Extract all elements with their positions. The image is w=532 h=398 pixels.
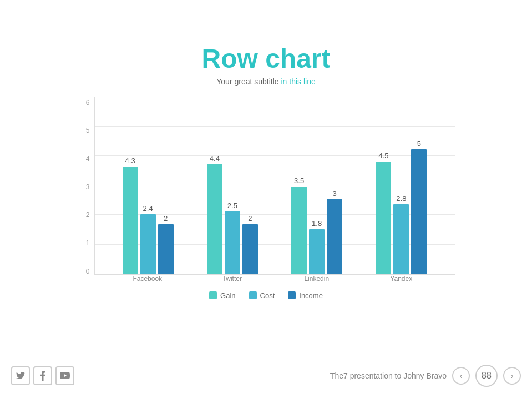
bars-linkedin: 3.5 1.8 3	[291, 177, 342, 274]
y-label-5: 5	[86, 127, 90, 134]
bar-value-twitter-income: 2	[248, 214, 252, 223]
bar-wrapper-twitter-income: 2	[242, 214, 258, 274]
bar-value-twitter-gain: 4.4	[210, 154, 220, 163]
bars-yandex: 4.5 2.8 5	[376, 139, 427, 274]
bar-facebook-cost	[140, 214, 156, 274]
bar-value-linkedin-cost: 1.8	[312, 219, 322, 228]
bar-wrapper-yandex-gain: 4.5	[376, 152, 391, 274]
bar-value-yandex-cost: 2.8	[396, 194, 406, 203]
prev-button[interactable]: ‹	[452, 367, 470, 385]
bar-wrapper-facebook-cost: 2.4	[140, 204, 156, 274]
legend-label-gain: Gain	[220, 291, 235, 300]
bars-facebook: 4.3 2.4 2	[123, 157, 174, 274]
x-label-facebook: Facebook	[105, 275, 190, 283]
legend: Gain Cost Income	[78, 291, 455, 300]
bar-twitter-income	[242, 224, 258, 274]
bar-value-twitter-cost: 2.5	[227, 201, 237, 210]
footer-right: The7 presentation to Johny Bravo ‹ 88 ›	[330, 365, 521, 387]
subtitle-prefix: Your great subtitle	[216, 77, 281, 86]
x-label-yandex: Yandex	[359, 275, 444, 283]
bar-value-linkedin-gain: 3.5	[294, 177, 304, 185]
legend-label-cost: Cost	[260, 291, 275, 300]
subtitle: Your great subtitle in this line	[201, 77, 330, 86]
bar-linkedin-cost	[309, 229, 325, 274]
next-button[interactable]: ›	[503, 367, 521, 385]
bar-wrapper-facebook-gain: 4.3	[123, 157, 138, 274]
page-number: 88	[475, 365, 498, 387]
bar-value-yandex-income: 5	[417, 139, 421, 148]
legend-item-gain: Gain	[209, 291, 235, 300]
bar-wrapper-twitter-gain: 4.4	[207, 154, 222, 274]
legend-label-income: Income	[299, 291, 323, 300]
bar-yandex-gain	[376, 162, 391, 274]
y-label-2: 2	[86, 211, 90, 218]
bar-twitter-cost	[225, 211, 240, 274]
bar-value-yandex-gain: 4.5	[378, 152, 388, 160]
x-label-linkedin: Linkedin	[275, 275, 359, 283]
legend-dot-gain	[209, 291, 217, 299]
x-labels: Facebook Twitter Linkedin Yandex	[78, 275, 455, 283]
bar-wrapper-yandex-income: 5	[411, 139, 427, 274]
legend-dot-cost	[249, 291, 257, 299]
chart-area: 6 5 4 3 2 1 0	[78, 97, 455, 300]
slide: Row chart Your great subtitle in this li…	[0, 0, 532, 398]
x-label-twitter: Twitter	[190, 275, 275, 283]
chart-container: 6 5 4 3 2 1 0	[78, 97, 455, 275]
legend-dot-income	[288, 291, 296, 299]
bar-linkedin-gain	[291, 187, 307, 274]
youtube-button[interactable]	[55, 366, 74, 385]
main-title: Row chart	[201, 44, 330, 74]
y-label-0: 0	[86, 268, 90, 275]
bar-group-facebook: 4.3 2.4 2	[123, 97, 174, 274]
twitter-button[interactable]	[11, 366, 30, 385]
bar-wrapper-linkedin-cost: 1.8	[309, 219, 325, 274]
bar-facebook-income	[158, 224, 174, 274]
bar-facebook-gain	[123, 167, 138, 274]
chart-inner: 4.3 2.4 2	[94, 97, 455, 275]
bar-twitter-gain	[207, 164, 222, 274]
bar-group-linkedin: 3.5 1.8 3	[291, 97, 342, 274]
bars-twitter: 4.4 2.5 2	[207, 154, 258, 274]
groups-wrapper: 4.3 2.4 2	[95, 97, 455, 274]
y-label-4: 4	[86, 155, 90, 162]
bar-group-yandex: 4.5 2.8 5	[376, 97, 427, 274]
title-section: Row chart Your great subtitle in this li…	[201, 44, 330, 86]
y-label-1: 1	[86, 240, 90, 246]
footer: The7 presentation to Johny Bravo ‹ 88 ›	[0, 365, 532, 387]
bar-value-facebook-income: 2	[164, 214, 168, 223]
bar-yandex-cost	[393, 204, 409, 274]
bar-value-facebook-gain: 4.3	[125, 157, 135, 165]
y-axis: 6 5 4 3 2 1 0	[78, 97, 94, 275]
bar-wrapper-linkedin-gain: 3.5	[291, 177, 307, 274]
bar-value-facebook-cost: 2.4	[143, 204, 153, 213]
legend-item-income: Income	[288, 291, 323, 300]
subtitle-highlight: in this line	[281, 77, 315, 86]
bar-value-linkedin-income: 3	[333, 189, 337, 198]
bar-wrapper-yandex-cost: 2.8	[393, 194, 409, 274]
social-icons	[11, 366, 74, 385]
bar-wrapper-linkedin-income: 3	[327, 189, 342, 274]
bar-wrapper-twitter-cost: 2.5	[225, 201, 240, 274]
bar-yandex-income	[411, 149, 427, 274]
bar-group-twitter: 4.4 2.5 2	[207, 97, 258, 274]
bar-wrapper-facebook-income: 2	[158, 214, 174, 274]
bar-linkedin-income	[327, 199, 342, 274]
y-label-6: 6	[86, 99, 90, 106]
footer-text: The7 presentation to Johny Bravo	[330, 371, 447, 380]
facebook-button[interactable]	[33, 366, 52, 385]
legend-item-cost: Cost	[249, 291, 275, 300]
y-label-3: 3	[86, 184, 90, 190]
